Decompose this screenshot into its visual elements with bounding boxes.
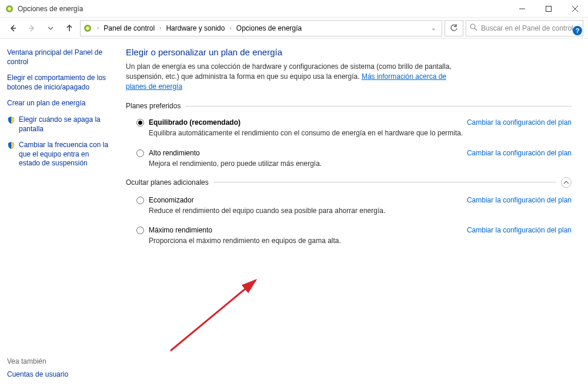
up-button[interactable] (61, 20, 78, 36)
help-icon[interactable]: ? (573, 26, 582, 35)
back-button[interactable] (5, 20, 21, 36)
search-input[interactable] (481, 24, 579, 32)
sidebar-link-user-accounts[interactable]: Cuentas de usuario (7, 370, 111, 380)
search-box[interactable] (466, 20, 583, 36)
sidebar-link-display-off[interactable]: Elegir cuándo se apaga la pantalla (7, 115, 111, 134)
chevron-up-icon (563, 179, 569, 185)
body: Ventana principal del Panel de control E… (0, 39, 588, 389)
change-plan-link[interactable]: Cambiar la configuración del plan (467, 149, 572, 157)
address-dropdown[interactable]: ⌄ (427, 25, 439, 31)
breadcrumb-item[interactable]: Panel de control (101, 21, 157, 36)
plan-name[interactable]: Equilibrado (recomendado) (149, 118, 240, 127)
sidebar-link-main[interactable]: Ventana principal del Panel de control (7, 48, 111, 67)
plan-name[interactable]: Máximo rendimiento (149, 226, 212, 234)
shield-icon (7, 141, 15, 149)
annotation-arrow (165, 274, 270, 357)
collapse-toggle[interactable] (561, 177, 572, 188)
sidebar-link-label: Elegir cuándo se apaga la pantalla (19, 115, 111, 134)
plan-row-alto-rendimiento: Alto rendimiento Cambiar la configuració… (126, 147, 572, 158)
plan-description: Equilibra automáticamente el rendimiento… (126, 128, 572, 147)
sidebar-link-label: Cambiar la frecuencia con la que el equi… (19, 141, 111, 168)
plan-radio[interactable] (136, 149, 144, 157)
plan-description: Reduce el rendimiento del equipo cuando … (126, 205, 572, 224)
breadcrumb-item[interactable]: Hardware y sonido (163, 21, 227, 36)
search-icon (470, 24, 477, 33)
plan-name[interactable]: Alto rendimiento (149, 149, 200, 157)
plan-description: Mejora el rendimiento, pero puede utiliz… (126, 158, 572, 177)
plan-radio[interactable] (136, 197, 144, 204)
nav-row: › Panel de control › Hardware y sonido ›… (0, 18, 588, 39)
titlebar: Opciones de energía (0, 0, 588, 18)
power-options-icon (83, 24, 92, 33)
plan-row-economizador: Economizador Cambiar la configuración de… (126, 194, 572, 205)
svg-line-12 (475, 28, 477, 31)
group-label: Ocultar planes adicionales (126, 178, 209, 187)
plan-name[interactable]: Economizador (149, 196, 194, 204)
address-bar[interactable]: › Panel de control › Hardware y sonido ›… (80, 20, 442, 36)
sidebar: Ventana principal del Panel de control E… (0, 39, 118, 389)
svg-rect-3 (546, 6, 551, 11)
svg-point-1 (8, 7, 11, 11)
breadcrumb-item[interactable]: Opciones de energía (234, 21, 304, 36)
sidebar-link-buttons[interactable]: Elegir el comportamiento de los botones … (7, 74, 111, 92)
sidebar-link-create-plan[interactable]: Crear un plan de energía (7, 99, 111, 108)
change-plan-link[interactable]: Cambiar la configuración del plan (467, 226, 572, 234)
change-plan-link[interactable]: Cambiar la configuración del plan (467, 196, 572, 204)
shield-icon (7, 116, 15, 124)
preferred-plans-header: Planes preferidos (126, 102, 572, 110)
page-heading: Elegir o personalizar un plan de energía (126, 47, 572, 57)
change-plan-link[interactable]: Cambiar la configuración del plan (467, 118, 572, 127)
close-button[interactable] (562, 0, 588, 18)
forward-button[interactable] (24, 20, 40, 36)
see-also-heading: Vea también (7, 357, 111, 365)
plan-row-equilibrado: Equilibrado (recomendado) Cambiar la con… (126, 116, 572, 128)
chevron-right-icon[interactable]: › (95, 25, 101, 31)
group-label: Planes preferidos (126, 102, 181, 110)
minimize-button[interactable] (509, 0, 535, 18)
maximize-button[interactable] (535, 0, 562, 18)
divider (185, 106, 572, 107)
plan-description: Proporciona el máximo rendimiento en equ… (126, 235, 572, 254)
svg-point-10 (86, 26, 89, 30)
chevron-right-icon[interactable]: › (157, 25, 163, 31)
plan-row-maximo-rendimiento: Máximo rendimiento Cambiar la configurac… (126, 224, 572, 235)
refresh-button[interactable] (445, 20, 463, 36)
svg-point-11 (470, 24, 475, 29)
additional-plans-header[interactable]: Ocultar planes adicionales (126, 177, 572, 188)
power-options-icon (5, 4, 14, 14)
divider (213, 182, 556, 182)
chevron-right-icon[interactable]: › (227, 25, 233, 31)
page-description: Un plan de energía es una colección de h… (126, 62, 455, 91)
recent-dropdown[interactable] (42, 20, 59, 36)
svg-line-13 (171, 280, 256, 351)
main-content: Elegir o personalizar un plan de energía… (118, 39, 588, 389)
sidebar-link-sleep[interactable]: Cambiar la frecuencia con la que el equi… (7, 141, 111, 168)
plan-radio[interactable] (136, 227, 144, 234)
plan-radio[interactable] (136, 119, 144, 127)
window-title: Opciones de energía (18, 5, 509, 13)
